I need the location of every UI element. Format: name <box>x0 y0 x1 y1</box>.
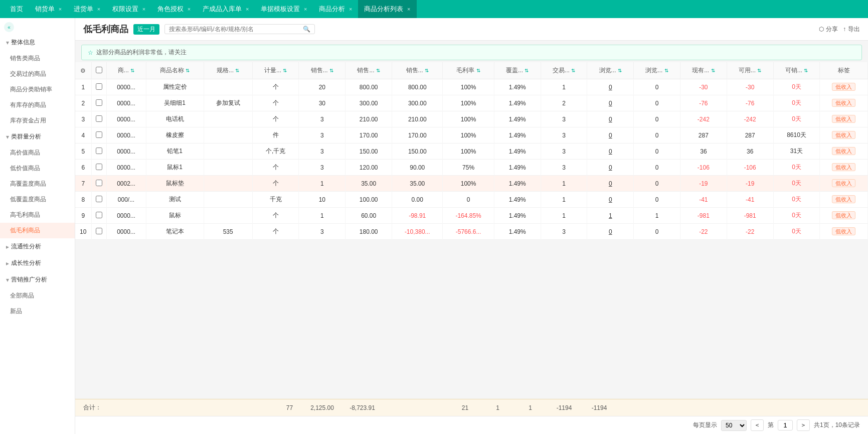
row-checkbox[interactable] <box>96 131 102 138</box>
close-roles-icon[interactable]: × <box>188 6 191 12</box>
row-code: 0000... <box>106 224 146 240</box>
row-current: -981 <box>680 208 727 224</box>
col-sale3[interactable]: 销售... ⇅ <box>392 62 443 79</box>
row-checkbox-cell[interactable] <box>91 127 106 143</box>
sidebar-group-overall[interactable]: ▾ 整体信息 <box>0 34 75 51</box>
row-checkbox-cell[interactable] <box>91 111 106 127</box>
nav-purchase[interactable]: 进货单 × <box>68 0 106 18</box>
close-analysis-list-icon[interactable]: × <box>407 6 410 12</box>
row-checkbox-cell[interactable] <box>91 95 106 111</box>
sidebar-item-traded-products[interactable]: 交易过的商品 <box>0 66 75 82</box>
close-purchase-icon[interactable]: × <box>97 6 100 12</box>
close-products-icon[interactable]: × <box>246 6 249 12</box>
row-checkbox[interactable] <box>96 83 102 90</box>
col-settings[interactable]: ⚙ <box>75 62 91 79</box>
nav-home[interactable]: 首页 <box>4 0 29 18</box>
row-trade: 1 <box>541 79 587 95</box>
search-icon[interactable]: 🔍 <box>303 26 310 33</box>
sidebar-item-inventory-funds[interactable]: 库存资金占用 <box>0 113 75 128</box>
sidebar-group-growth[interactable]: ▸ 成长性分析 <box>0 255 75 271</box>
col-unit[interactable]: 计量... ⇅ <box>252 62 299 79</box>
per-page-select[interactable]: 5020100 <box>721 420 747 431</box>
nav-permissions[interactable]: 权限设置 × <box>106 0 151 18</box>
col-browse2[interactable]: 浏览... ⇅ <box>634 62 680 79</box>
nav-analysis-list[interactable]: 商品分析列表 × <box>358 0 416 18</box>
col-checkbox[interactable] <box>91 62 106 79</box>
row-sale3: 35.00 <box>392 176 443 192</box>
row-checkbox[interactable] <box>96 180 102 186</box>
sidebar-item-sales-products[interactable]: 销售类商品 <box>0 51 75 66</box>
export-button[interactable]: ↑ 导出 <box>843 25 860 34</box>
row-coverage: 1.49% <box>494 192 541 208</box>
close-sales-icon[interactable]: × <box>59 6 62 12</box>
col-coverage[interactable]: 覆盖... ⇅ <box>494 62 541 79</box>
row-tag: 低收入 <box>820 127 868 143</box>
col-trade[interactable]: 交易... ⇅ <box>541 62 587 79</box>
sidebar-item-low-value[interactable]: 低价值商品 <box>0 161 75 176</box>
col-tag[interactable]: 标签 <box>820 62 868 79</box>
col-sale1[interactable]: 销售... ⇅ <box>299 62 345 79</box>
col-sale2[interactable]: 销售... ⇅ <box>345 62 392 79</box>
sidebar-group-circulation[interactable]: ▸ 流通性分析 <box>0 238 75 255</box>
prev-page-button[interactable]: ＜ <box>751 419 764 431</box>
table-header-row: ⚙ 商... ⇅ 商品名称 ⇅ 规格... ⇅ 计量... ⇅ 销售... ⇅ … <box>75 62 868 79</box>
row-available: -30 <box>727 79 773 95</box>
sidebar-item-high-value[interactable]: 高价值商品 <box>0 145 75 161</box>
sidebar-group-marketing[interactable]: ▾ 营销推广分析 <box>0 271 75 288</box>
sidebar-item-high-margin[interactable]: 高毛利商品 <box>0 207 75 223</box>
row-browse1: 0 <box>587 111 634 127</box>
row-browse1: 0 <box>587 127 634 143</box>
row-checkbox-cell[interactable] <box>91 224 106 240</box>
sidebar-item-inventory-products[interactable]: 有库存的商品 <box>0 97 75 113</box>
row-checkbox[interactable] <box>96 115 102 122</box>
search-input[interactable] <box>169 26 303 33</box>
page-number-input[interactable] <box>778 420 793 430</box>
col-code[interactable]: 商... ⇅ <box>106 62 146 79</box>
close-permissions-icon[interactable]: × <box>142 6 145 12</box>
row-checkbox-cell[interactable] <box>91 160 106 176</box>
close-analysis-icon[interactable]: × <box>349 6 352 12</box>
row-checkbox[interactable] <box>96 212 102 218</box>
row-checkbox-cell[interactable] <box>91 192 106 208</box>
row-unit: 个 <box>252 176 299 192</box>
row-checkbox[interactable] <box>96 196 102 202</box>
row-checkbox-cell[interactable] <box>91 79 106 95</box>
sidebar-item-low-coverage[interactable]: 低覆盖度商品 <box>0 192 75 207</box>
filter-tag-button[interactable]: 近一月 <box>133 24 159 35</box>
row-margin: 100% <box>443 95 494 111</box>
nav-sales[interactable]: 销货单 × <box>29 0 68 18</box>
row-checkbox[interactable] <box>96 164 102 170</box>
col-current[interactable]: 现有... ⇅ <box>680 62 727 79</box>
share-button[interactable]: ⬡ 分享 <box>819 25 838 34</box>
col-available[interactable]: 可用... ⇅ <box>727 62 773 79</box>
sidebar-collapse-button[interactable]: « <box>4 22 14 32</box>
nav-analysis[interactable]: 商品分析 × <box>313 0 358 18</box>
sidebar-item-high-coverage[interactable]: 高覆盖度商品 <box>0 176 75 192</box>
nav-products[interactable]: 产成品入库单 × <box>197 0 255 18</box>
row-checkbox-cell[interactable] <box>91 176 106 192</box>
sidebar-item-low-margin[interactable]: 低毛利商品 <box>0 223 75 238</box>
row-current: 287 <box>680 127 727 143</box>
sidebar-group-cluster[interactable]: ▾ 类群量分析 <box>0 128 75 145</box>
row-checkbox[interactable] <box>96 99 102 106</box>
col-spec[interactable]: 规格... ⇅ <box>204 62 252 79</box>
nav-roles[interactable]: 角色授权 × <box>151 0 197 18</box>
col-salable[interactable]: 可销... ⇅ <box>773 62 820 79</box>
sidebar-item-new-products[interactable]: 新品 <box>0 304 75 319</box>
row-tag: 低收入 <box>820 79 868 95</box>
row-checkbox-cell[interactable] <box>91 143 106 160</box>
nav-templates[interactable]: 单据模板设置 × <box>255 0 313 18</box>
row-checkbox[interactable] <box>96 228 102 234</box>
row-spec: 535 <box>204 224 252 240</box>
select-all-checkbox[interactable] <box>96 67 102 73</box>
row-unit: 千克 <box>252 192 299 208</box>
row-checkbox[interactable] <box>96 148 102 154</box>
next-page-button[interactable]: ＞ <box>797 419 810 431</box>
col-browse1[interactable]: 浏览... ⇅ <box>587 62 634 79</box>
sidebar-item-all-products[interactable]: 全部商品 <box>0 288 75 304</box>
col-margin[interactable]: 毛利率 ⇅ <box>443 62 494 79</box>
sidebar-item-category-rate[interactable]: 商品分类助销率 <box>0 82 75 97</box>
close-templates-icon[interactable]: × <box>304 6 307 12</box>
col-name[interactable]: 商品名称 ⇅ <box>146 62 204 79</box>
row-checkbox-cell[interactable] <box>91 208 106 224</box>
